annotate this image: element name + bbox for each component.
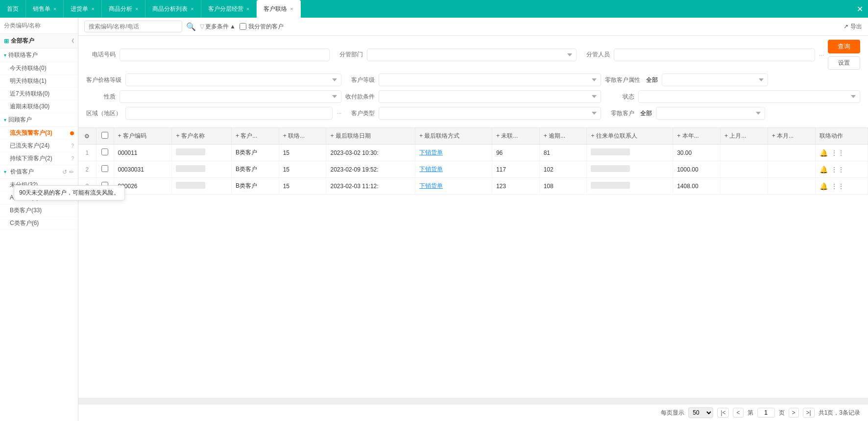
sidebar-item-overdue[interactable]: 逾期未联络(30) (0, 100, 78, 113)
more-action-icon[interactable]: ⋮⋮ (831, 149, 844, 157)
contact-action-icon[interactable]: 🔔 (820, 166, 828, 173)
search-button[interactable]: 🔍 (186, 22, 196, 31)
group-review-customers[interactable]: ▾ 回顾客户 (0, 113, 78, 127)
more-action-icon[interactable]: ⋮⋮ (831, 166, 844, 173)
prev-page-button[interactable]: < (733, 408, 743, 418)
col-last-date: + 最后联络日期 (326, 128, 415, 145)
cell-last-month (720, 161, 768, 178)
col-no-contact: + 未联... (492, 128, 539, 145)
row-checkbox[interactable] (101, 149, 108, 155)
all-customers-header[interactable]: ⊞ 全部客户 《 (0, 34, 78, 49)
price-grade-field: 客户价格等级 (86, 74, 341, 86)
customer-grade-select[interactable] (379, 74, 601, 86)
tab-customer-tier-close[interactable]: × (246, 6, 249, 12)
contact-action-icon[interactable]: 🔔 (820, 182, 828, 190)
export-icon: ↗ (844, 23, 848, 30)
cell-name (172, 161, 232, 178)
sidebar-item-declining[interactable]: 持续下滑客户(2) ? (0, 152, 78, 165)
filter-toolbar: 🔍 ▽ 更多条件 ▲ 我分管的客户 ↗ 导出 (78, 18, 868, 36)
scrollbar-inner (78, 398, 868, 402)
tab-sales-close[interactable]: × (53, 6, 56, 12)
arrow-down-icon3: ▾ (4, 169, 6, 174)
tab-customer-contact[interactable]: 客户联络 × (257, 0, 300, 18)
cell-current-month (768, 161, 815, 178)
manager-dots[interactable]: ··· (819, 51, 824, 58)
cell-current-year: 30.00 (673, 145, 721, 161)
manager-label: 分管人员 (580, 50, 610, 59)
group-pending-contact[interactable]: ▾ 待联络客户 (0, 49, 78, 62)
dept-select[interactable] (367, 49, 577, 61)
cell-last-method[interactable]: 下销货单 (415, 178, 492, 195)
tab-customer-contact-close[interactable]: × (290, 6, 293, 12)
tab-home[interactable]: 首页 (0, 0, 26, 18)
tab-customer-tier[interactable]: 客户分层经营 × (201, 0, 257, 18)
tab-sales[interactable]: 销售单 × (26, 0, 64, 18)
cell-checkbox[interactable] (96, 145, 114, 161)
gender-select[interactable] (120, 90, 341, 103)
tab-purchase[interactable]: 进货单 × (64, 0, 101, 18)
edit-icon[interactable]: ✏ (69, 169, 74, 175)
price-grade-select[interactable] (125, 74, 341, 86)
tab-goods-analysis-list[interactable]: 商品分析列表 × (145, 0, 201, 18)
active-dot (70, 131, 74, 135)
sidebar-item-class-b[interactable]: B类客户(33) (0, 204, 78, 217)
contact-action-icon[interactable]: 🔔 (820, 149, 828, 157)
cell-last-date: 2023-02-09 19:52: (326, 161, 415, 178)
select-all-checkbox[interactable] (101, 132, 108, 139)
next-page-button[interactable]: > (789, 408, 799, 418)
sidebar-item-tomorrow[interactable]: 明天待联络(1) (0, 75, 78, 88)
retail-attr-select[interactable] (662, 74, 769, 86)
row-checkbox[interactable] (101, 165, 108, 172)
status-select[interactable] (638, 90, 860, 103)
col-checkbox[interactable] (96, 128, 114, 145)
search-input[interactable] (84, 21, 182, 32)
first-page-button[interactable]: |< (717, 408, 729, 418)
region-input[interactable] (125, 107, 333, 120)
col-name: + 客户名称 (172, 128, 232, 145)
horizontal-scrollbar[interactable] (78, 398, 868, 404)
my-customers-checkbox-label[interactable]: 我分管的客户 (240, 23, 284, 31)
sidebar-item-churn-warning[interactable]: 流失预警客户(3) (0, 127, 78, 140)
cell-action: 🔔 ⋮⋮ (815, 145, 868, 161)
price-grade-label: 客户价格等级 (86, 76, 121, 84)
last-page-button[interactable]: >| (803, 408, 815, 418)
sidebar-item-today[interactable]: 今天待联络(0) (0, 62, 78, 75)
tab-goods-analysis[interactable]: 商品分析 × (102, 0, 145, 18)
payment-select[interactable] (379, 90, 601, 103)
cell-action: 🔔 ⋮⋮ (815, 161, 868, 178)
group-value-customers[interactable]: ▾ 价值客户 ↺ ✏ (0, 165, 78, 179)
sidebar-item-class-c[interactable]: C类客户(6) (0, 217, 78, 230)
sidebar-search-input[interactable] (4, 22, 77, 29)
region-dots[interactable]: ··· (337, 110, 341, 117)
cell-last-method[interactable]: 下销货单 (415, 145, 492, 161)
retail-customer-select[interactable] (656, 107, 766, 120)
cell-checkbox[interactable] (96, 161, 114, 178)
manager-input[interactable] (614, 49, 815, 61)
cell-last-method[interactable]: 下销货单 (415, 161, 492, 178)
region-field: 区域（地区） ··· (86, 107, 341, 120)
col-settings[interactable]: ⚙ (78, 128, 96, 145)
customer-type-select[interactable] (379, 107, 601, 120)
per-page-label: 每页显示 (661, 409, 684, 417)
query-button[interactable]: 查询 (828, 40, 860, 53)
cell-current-year: 1000.00 (673, 161, 721, 178)
filter-row-2: 客户价格等级 客户等级 零散客户属性 全部 (86, 74, 860, 86)
tab-purchase-close[interactable]: × (91, 6, 94, 12)
tab-goods-list-close[interactable]: × (191, 6, 193, 12)
more-conditions-button[interactable]: ▽ 更多条件 ▲ (200, 23, 236, 31)
col-last-month: + 上月... (720, 128, 768, 145)
phone-input[interactable] (120, 49, 330, 61)
my-customers-checkbox[interactable] (240, 23, 246, 30)
more-action-icon[interactable]: ⋮⋮ (831, 182, 844, 190)
sidebar-item-churn[interactable]: 已流失客户(24) ? (0, 140, 78, 152)
setting-button[interactable]: 设置 (828, 56, 860, 70)
sidebar-item-7days[interactable]: 近7天待联络(0) (0, 88, 78, 100)
export-button[interactable]: ↗ 导出 (844, 23, 862, 31)
window-close-icon[interactable]: ✕ (857, 4, 863, 14)
page-size-select[interactable]: 50 20 100 (688, 407, 713, 418)
status-field: 状态 (605, 90, 860, 103)
cell-current-month (768, 145, 815, 161)
refresh-icon[interactable]: ↺ (62, 169, 67, 175)
tab-goods-analysis-close[interactable]: × (135, 6, 138, 12)
page-input[interactable] (757, 408, 775, 418)
